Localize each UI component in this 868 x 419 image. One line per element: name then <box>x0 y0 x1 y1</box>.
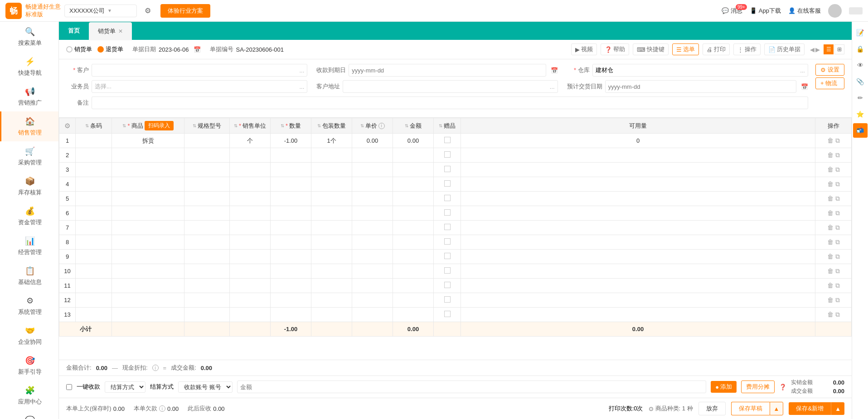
right-panel-btn-7[interactable]: 📬 <box>853 123 868 138</box>
gift-checkbox-8[interactable] <box>444 238 451 245</box>
select-button[interactable]: ☰ 选单 <box>672 43 699 55</box>
discard-button[interactable]: 放弃 <box>698 402 726 415</box>
gift-checkbox-12[interactable] <box>444 296 451 303</box>
gift-checkbox-11[interactable] <box>444 282 451 288</box>
delete-row-13-icon[interactable]: 🗑 <box>827 311 834 318</box>
copy-row-7-icon[interactable]: ⧉ <box>835 224 840 231</box>
th-gear[interactable]: ⚙ <box>59 118 76 134</box>
copy-row-8-icon[interactable]: ⧉ <box>835 238 840 246</box>
right-panel-btn-3[interactable]: 👁 <box>853 58 868 72</box>
delete-row-2-icon[interactable]: 🗑 <box>827 151 834 159</box>
delete-row-11-icon[interactable]: 🗑 <box>827 282 834 289</box>
shortcut-button[interactable]: ⌨ 快捷键 <box>633 43 669 55</box>
help-button[interactable]: ❓ 帮助 <box>601 43 629 55</box>
settings-icon[interactable]: ⚙ <box>141 4 155 18</box>
discount-info-icon[interactable]: i <box>152 365 159 371</box>
expected-date-input[interactable] <box>605 80 796 93</box>
sidebar-item-wechat[interactable]: 💬 企业微信 <box>0 410 58 419</box>
add-payment-button[interactable]: ● 添加 <box>711 381 737 393</box>
right-panel-btn-2[interactable]: 🔒 <box>853 42 868 56</box>
gift-checkbox-2[interactable] <box>444 151 451 158</box>
delete-row-4-icon[interactable]: 🗑 <box>827 180 834 188</box>
grid-view-icon[interactable]: ⊞ <box>834 44 844 54</box>
copy-row-10-icon[interactable]: ⧉ <box>835 267 840 275</box>
payment-date-calendar-icon[interactable]: 📅 <box>551 67 558 74</box>
gift-checkbox-4[interactable] <box>444 180 451 187</box>
gift-checkbox-5[interactable] <box>444 195 451 201</box>
gift-checkbox-9[interactable] <box>444 253 451 259</box>
right-panel-btn-5[interactable]: ✏ <box>853 91 868 105</box>
scan-button[interactable]: 扫码录入 <box>145 121 174 130</box>
message-button[interactable]: 💬 消息 99+ <box>722 7 742 15</box>
copy-row-4-icon[interactable]: ⧉ <box>835 180 840 188</box>
list-view-icon[interactable]: ☰ <box>824 44 834 54</box>
avatar[interactable] <box>828 4 842 18</box>
copy-row-13-icon[interactable]: ⧉ <box>835 311 840 318</box>
amount-input[interactable] <box>237 380 706 393</box>
gift-checkbox-10[interactable] <box>444 267 451 274</box>
copy-row-11-icon[interactable]: ⧉ <box>835 282 840 289</box>
right-panel-btn-4[interactable]: 📎 <box>853 74 868 89</box>
gift-checkbox-6[interactable] <box>444 209 451 216</box>
sidebar-item-enterprise[interactable]: 🤝 企业协同 <box>0 321 58 351</box>
account-select[interactable]: 收款账号 账号 <box>178 381 233 393</box>
price-info-icon[interactable]: i <box>378 123 385 129</box>
calendar-icon[interactable]: 📅 <box>194 46 201 53</box>
right-panel-btn-1[interactable]: 📝 <box>853 25 868 40</box>
save-new-button[interactable]: 保存&新增 <box>789 402 831 415</box>
sidebar-item-system[interactable]: ⚙ 系统管理 <box>0 291 58 321</box>
copy-row-12-icon[interactable]: ⧉ <box>835 296 840 304</box>
radio-sales-order[interactable]: 销货单 <box>66 45 92 53</box>
next-record-icon[interactable]: ▶ <box>815 46 820 53</box>
delete-row-5-icon[interactable]: 🗑 <box>827 195 834 202</box>
trial-button[interactable]: 体验行业方案 <box>160 4 210 18</box>
operation-button[interactable]: ⋮ 操作 <box>733 43 761 55</box>
sidebar-item-search[interactable]: 🔍 搜索菜单 <box>0 22 58 52</box>
print-button[interactable]: 🖨 打印 <box>703 43 730 55</box>
expense-split-button[interactable]: 费用分摊 <box>741 380 775 393</box>
prev-record-icon[interactable]: ◀ <box>810 46 815 53</box>
gift-checkbox-3[interactable] <box>444 166 451 172</box>
remark-input[interactable] <box>92 96 808 109</box>
sidebar-item-marketing[interactable]: 📢 营销推广 <box>0 82 58 111</box>
delete-row-6-icon[interactable]: 🗑 <box>827 209 834 217</box>
delete-row-7-icon[interactable]: 🗑 <box>827 224 834 231</box>
copy-row-3-icon[interactable]: ⧉ <box>835 166 840 173</box>
owed-info-icon[interactable]: i <box>159 405 165 412</box>
customer-address-input[interactable]: ... <box>343 80 558 93</box>
copy-row-5-icon[interactable]: ⧉ <box>835 195 840 202</box>
delete-row-10-icon[interactable]: 🗑 <box>827 267 834 275</box>
save-new-arrow-button[interactable]: ▲ <box>831 402 844 415</box>
sidebar-item-appstore[interactable]: 🧩 应用中心 <box>0 380 58 410</box>
sidebar-item-purchase[interactable]: 🛒 采购管理 <box>0 141 58 171</box>
sidebar-item-basic-info[interactable]: 📋 基础信息 <box>0 261 58 291</box>
app-download-button[interactable]: 📱 App下载 <box>750 7 781 15</box>
salesman-input[interactable]: 选择... ... <box>92 80 307 93</box>
copy-row-2-icon[interactable]: ⧉ <box>835 151 840 159</box>
sidebar-item-finance[interactable]: 💰 资金管理 <box>0 201 58 231</box>
history-button[interactable]: 📄 历史单据 <box>764 43 805 55</box>
logistics-button[interactable]: + 物流 <box>815 77 844 89</box>
copy-row-9-icon[interactable]: ⧉ <box>835 253 840 260</box>
payment-date-input[interactable] <box>349 64 546 77</box>
online-service-button[interactable]: 👤 在线客服 <box>788 7 821 15</box>
settlement-method-select[interactable]: 结算方式 <box>105 381 145 393</box>
customer-input[interactable]: ... <box>92 64 307 77</box>
tab-close-icon[interactable]: ✕ <box>118 28 123 34</box>
expense-help-icon[interactable]: ❓ <box>779 384 786 390</box>
sidebar-item-operations[interactable]: 📊 经营管理 <box>0 231 58 261</box>
sidebar-item-sales[interactable]: 🏠 销售管理 <box>0 111 58 141</box>
tab-sales-order[interactable]: 销货单 ✕ <box>89 22 132 40</box>
save-draft-button[interactable]: 保存草稿 <box>731 402 770 415</box>
expected-date-calendar-icon[interactable]: 📅 <box>801 83 808 90</box>
copy-row-6-icon[interactable]: ⧉ <box>835 209 840 217</box>
delete-row-3-icon[interactable]: 🗑 <box>827 166 834 173</box>
video-button[interactable]: ▶ 视频 <box>571 43 597 55</box>
sidebar-item-inventory[interactable]: 📦 库存核算 <box>0 171 58 201</box>
delete-row-9-icon[interactable]: 🗑 <box>827 253 834 260</box>
sidebar-item-nav[interactable]: ⚡ 快捷导航 <box>0 52 58 82</box>
save-draft-arrow-button[interactable]: ▲ <box>770 402 784 415</box>
delete-row-1-icon[interactable]: 🗑 <box>827 137 834 144</box>
sidebar-item-guide[interactable]: 🎯 新手引导 <box>0 351 58 380</box>
company-selector[interactable]: XXXXXX公司 ▼ <box>64 5 137 17</box>
